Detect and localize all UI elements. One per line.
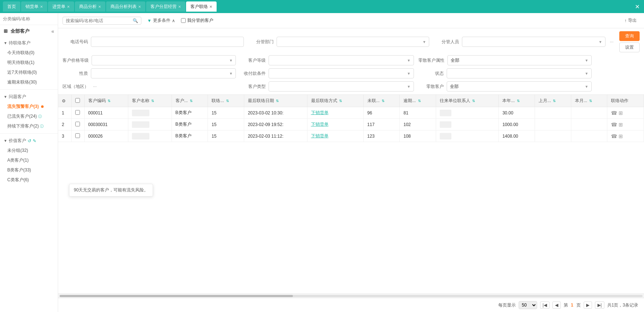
value-refresh-icon[interactable]: ↺	[28, 138, 31, 143]
last-method-link-2[interactable]: 下销货单	[311, 133, 329, 138]
sidebar-item-churned[interactable]: 已流失客户(24) ⓘ	[0, 112, 58, 121]
tab-sales[interactable]: 销货单 ✕	[21, 1, 47, 12]
sidebar-group-pending-header[interactable]: ▼ 待联络客户	[0, 38, 58, 48]
row-checkbox-2[interactable]	[75, 133, 80, 138]
last-method-link-1[interactable]: 下销货单	[311, 122, 329, 127]
action-contact-icon-2[interactable]: ☎	[611, 133, 617, 139]
row-checkbox-1[interactable]	[75, 122, 80, 126]
filter-retail-customer-select[interactable]: 全部 ▼	[447, 81, 592, 92]
row-checkbox-0[interactable]	[75, 110, 80, 115]
th-last-method[interactable]: 最后联络方式 ⇅	[307, 95, 363, 107]
th-checkbox[interactable]	[71, 95, 84, 107]
sidebar-item-class-b[interactable]: B类客户(33)	[0, 165, 58, 175]
sidebar-item-churn-warning[interactable]: 流失预警客户(3)	[0, 102, 58, 112]
sidebar-group-problem-header[interactable]: ▼ 问题客户	[0, 92, 58, 102]
sidebar-group-value-header[interactable]: ▼ 价值客户 ↺ ✎	[0, 136, 58, 146]
sidebar-collapse-icon[interactable]: «	[51, 28, 54, 34]
sidebar-item-class-a[interactable]: A类客户(1)	[0, 155, 58, 165]
filter-region-dots[interactable]: ···	[92, 84, 98, 89]
th-this-month[interactable]: 本月... ⇅	[571, 95, 607, 107]
cell-last-method-0[interactable]: 下销货单	[307, 107, 363, 119]
last-method-link-0[interactable]: 下销货单	[311, 110, 329, 115]
filter-phone-input[interactable]	[91, 37, 244, 47]
sidebar-item-declining[interactable]: 持续下滑客户(2) ⓘ	[0, 121, 58, 131]
cell-actions-2: ☎ ⊞	[607, 130, 644, 142]
action-more-icon-2[interactable]: ⊞	[619, 133, 623, 139]
my-customers-checkbox-label[interactable]: 我分管的客户	[181, 17, 213, 24]
filter-btn[interactable]: ▼ 更多条件 ∧	[144, 16, 178, 25]
pagination-first[interactable]: |◀	[540, 301, 550, 309]
action-more-icon-1[interactable]: ⊞	[619, 122, 623, 127]
cell-checkbox-1[interactable]	[71, 119, 84, 130]
filter-dept-select[interactable]: ▼	[277, 37, 430, 47]
pagination-prev[interactable]: ◀	[552, 301, 561, 309]
tab-product-analysis-close[interactable]: ✕	[98, 5, 101, 9]
sidebar-item-tomorrow[interactable]: 明天待联络(1)	[0, 58, 58, 68]
tab-customer-tier-close[interactable]: ✕	[178, 5, 181, 9]
toolbar: 🔍 ▼ 更多条件 ∧ 我分管的客户 ↑ 导出	[58, 13, 644, 28]
cell-last-method-1[interactable]: 下销货单	[307, 119, 363, 130]
tab-purchase[interactable]: 进货单 ✕	[48, 1, 74, 12]
th-settings[interactable]: ⚙	[58, 95, 71, 107]
cell-last-method-2[interactable]: 下销货单	[307, 130, 363, 142]
th-last-month[interactable]: 上月... ⇅	[535, 95, 571, 107]
filter-payment-select[interactable]: ▼	[269, 68, 414, 78]
cell-checkbox-2[interactable]	[71, 130, 84, 142]
action-contact-icon-0[interactable]: ☎	[611, 110, 617, 116]
horizontal-scrollbar[interactable]	[58, 293, 644, 298]
export-btn[interactable]: ↑ 导出	[621, 16, 640, 25]
th-name[interactable]: 客户名称 ⇅	[128, 95, 172, 107]
my-customers-checkbox[interactable]	[181, 18, 186, 23]
filter-status-select[interactable]: ▼	[447, 68, 592, 78]
sidebar-item-class-c[interactable]: C类客户(6)	[0, 175, 58, 185]
per-page-select[interactable]: 50 100 200	[519, 301, 537, 309]
toolbar-search-icon[interactable]: 🔍	[133, 18, 138, 23]
window-close-button[interactable]: ✕	[633, 2, 641, 12]
th-overdue[interactable]: 逾期... ⇅	[400, 95, 436, 107]
filter-price-grade-select[interactable]: ▼	[92, 55, 236, 65]
action-more-icon-0[interactable]: ⊞	[619, 110, 623, 116]
pagination-next[interactable]: ▶	[584, 301, 592, 309]
filter-customer-type-select[interactable]: ▼	[269, 81, 414, 92]
search-input[interactable]	[66, 18, 131, 23]
sidebar-all-customers[interactable]: ⊞ 全部客户 «	[0, 25, 58, 37]
tab-purchase-close[interactable]: ✕	[67, 5, 70, 9]
pagination-last[interactable]: ▶|	[595, 301, 604, 309]
settings-gear-icon[interactable]: ⚙	[62, 98, 66, 104]
filter-customer-grade-select[interactable]: ▼	[269, 55, 414, 65]
settings-button[interactable]: 设置	[619, 42, 640, 52]
tab-customer-tier[interactable]: 客户分层经营 ✕	[146, 1, 185, 12]
th-name-label: 客户名称	[132, 98, 149, 103]
th-this-year[interactable]: 本年... ⇅	[499, 95, 535, 107]
tab-home[interactable]: 首页	[3, 1, 20, 12]
sidebar-search-input[interactable]	[3, 16, 57, 21]
tab-product-list[interactable]: 商品分析列表 ✕	[106, 1, 145, 12]
filter-nature-select[interactable]: ▼	[91, 68, 236, 78]
action-group-1: ☎ ⊞	[611, 122, 640, 127]
sidebar-item-ungrouped[interactable]: 未分组(32)	[0, 146, 58, 155]
table-select-all-checkbox[interactable]	[75, 98, 80, 103]
th-contact-person[interactable]: 往来单位联系人 ⇅	[436, 95, 499, 107]
tab-sales-close[interactable]: ✕	[40, 5, 43, 9]
scroll-thumb[interactable]	[60, 295, 293, 297]
th-contact-count[interactable]: 联络... ⇅	[208, 95, 244, 107]
filter-manager-dots[interactable]: ···	[608, 39, 615, 44]
action-contact-icon-1[interactable]: ☎	[611, 122, 617, 127]
query-button[interactable]: 查询	[619, 31, 640, 41]
filter-retail-attr-select[interactable]: 全部 ▼	[447, 55, 592, 65]
cell-checkbox-0[interactable]	[71, 107, 84, 119]
tab-product-list-close[interactable]: ✕	[138, 5, 141, 9]
cell-uncontacted-2: 123	[363, 130, 400, 142]
tab-product-analysis[interactable]: 商品分析 ✕	[75, 1, 105, 12]
filter-manager-select[interactable]: ▼	[462, 37, 605, 47]
th-last-date[interactable]: 最后联络日期 ⇅	[244, 95, 307, 107]
value-edit-icon[interactable]: ✎	[33, 138, 36, 143]
sidebar-item-7days[interactable]: 近7天待联络(0)	[0, 68, 58, 77]
th-uncontacted[interactable]: 未联... ⇅	[363, 95, 400, 107]
sidebar-item-overdue[interactable]: 逾期未联络(30)	[0, 77, 58, 87]
sidebar-item-today[interactable]: 今天待联络(0)	[0, 48, 58, 58]
tab-customer-contact[interactable]: 客户联络 ✕	[186, 1, 217, 12]
th-type[interactable]: 客户... ⇅	[172, 95, 208, 107]
tab-customer-contact-close[interactable]: ✕	[209, 5, 212, 9]
th-code[interactable]: 客户编码 ⇅	[84, 95, 128, 107]
